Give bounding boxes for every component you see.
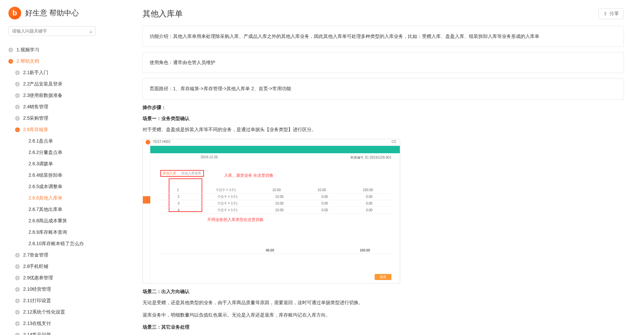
scr-topbar: TEST-H002 CC (143, 139, 400, 146)
nav-item-2-5[interactable]: +2.5采购管理 (8, 113, 96, 124)
path-card: 页面路径：1、库存核算->库存管理->其他入库单 2、首页->常用功能 (143, 78, 624, 99)
plus-icon: + (15, 105, 20, 109)
nav-item-docs[interactable]: −2.帮助文档 (8, 56, 96, 67)
plus-icon: + (15, 82, 20, 87)
plus-icon: + (15, 276, 20, 280)
role-label: 使用角色： (150, 60, 173, 65)
nav-label: 2.1新手入门 (23, 70, 48, 76)
plus-icon: + (15, 321, 20, 326)
search-box: ⌕ (8, 26, 96, 36)
share-label: 分享 (609, 11, 619, 17)
steps-label: 操作步骤： (143, 105, 624, 111)
table-row: 1个(1个 = 1个)10.0010.00100.00 (159, 187, 391, 193)
nav-label: 2.6.3调拨单 (29, 161, 53, 167)
role-card: 使用角色：通常由仓管人员维护 (143, 52, 624, 73)
nav-label: 2.10经营管理 (23, 286, 51, 292)
nav-item-2-8[interactable]: +2.8手机旺铺 (8, 261, 96, 272)
page-title: 其他入库单 (143, 8, 183, 19)
scr-body: 单据编号 JC-20191226-001 2019-12-26 其他入库 其他入… (150, 153, 400, 283)
scene2-title: 场景二：出入方向确认 (143, 289, 624, 295)
nav-item-2-12[interactable]: +2.12系统个性化设置 (8, 306, 96, 318)
plus-icon: + (15, 264, 20, 269)
intro-card: 功能介绍：其他入库单用来处理除采购入库、产成品入库之外的其他入库业务，因此其他入… (143, 26, 624, 47)
share-icon: ⇪ (603, 11, 607, 16)
logo-icon: b (8, 7, 21, 19)
nav-item-2-6-7[interactable]: 2.6.7其他出库单 (8, 204, 96, 215)
search-icon[interactable]: ⌕ (90, 29, 92, 34)
scr-user: CC (392, 140, 396, 144)
nav-item-2-4[interactable]: +2.4销售管理 (8, 101, 96, 113)
nav-label: 2.3使用前数据准备 (23, 93, 62, 99)
nav-item-2-13[interactable]: +2.13在线支付 (8, 318, 96, 329)
nav-item-2-7[interactable]: +2.7资金管理 (8, 249, 96, 261)
nav-item-2-10[interactable]: +2.10经营管理 (8, 284, 96, 295)
nav-item-2-6-8[interactable]: 2.6.8商品成本重算 (8, 215, 96, 227)
app-title: 好生意 帮助中心 (25, 8, 79, 18)
minus-icon: − (15, 127, 20, 132)
plus-icon: + (15, 310, 20, 315)
scene3-title: 场景三：其它业务处理 (143, 324, 624, 330)
table-row: 2个(1个 = 1个)10.000.000.00 (159, 193, 391, 200)
nav-label: 2.13在线支付 (23, 321, 51, 327)
minus-icon: − (8, 59, 13, 64)
nav-item-2-6-1[interactable]: 2.6.1盘点单 (8, 135, 96, 147)
sidebar: b 好生意 帮助中心 ⌕ +1.视频学习 −2.帮助文档 +2.1新手入门 +2… (0, 0, 104, 335)
table-row: 4个(1个 = 1个)10.000.000.00 (159, 207, 391, 214)
scr-tab2: 其他入库退库 (181, 171, 201, 176)
nav-item-2-6-10[interactable]: 2.6.10库存账本错了怎么办 (8, 238, 96, 249)
main-header: 其他入库单 ⇪ 分享 (143, 8, 624, 19)
nav-item-2-6-5[interactable]: 2.6.5成本调整单 (8, 181, 96, 192)
nav-label: 2.9优惠券管理 (23, 275, 53, 281)
nav-item-2-6-6[interactable]: 2.6.6其他入库单 (8, 192, 96, 204)
nav-item-2-3[interactable]: +2.3使用前数据准备 (8, 90, 96, 101)
nav-label: 2.11打印设置 (23, 298, 51, 304)
nav-label: 2.12系统个性化设置 (23, 309, 65, 315)
nav-item-2-6-4[interactable]: 2.6.4组装拆卸单 (8, 170, 96, 181)
main-content: 其他入库单 ⇪ 分享 功能介绍：其他入库单用来处理除采购入库、产成品入库之外的其… (104, 0, 644, 335)
nav-label: 2.6库存核算 (23, 127, 48, 133)
nav-label: 2.6.7其他出库单 (29, 207, 62, 213)
nav-item-2-14[interactable]: +2.14常见问题 (8, 329, 96, 335)
nav-item-2-9[interactable]: +2.9优惠券管理 (8, 272, 96, 284)
nav-item-2-1[interactable]: +2.1新手入门 (8, 67, 96, 78)
intro-text: 其他入库单用来处理除采购入库、产成品入库之外的其他入库业务，因此其他入库单可处理… (173, 34, 539, 39)
nav-item-2-6-2[interactable]: 2.6.2分量盘点单 (8, 147, 96, 158)
table-row: 3个(1个 = 1个)10.000.000.00 (159, 200, 391, 207)
scr-annotation-2: 不同业务的入库类型在这里切换 (207, 217, 264, 223)
plus-icon: + (15, 253, 20, 258)
nav-item-2-6[interactable]: −2.6库存核算 (8, 124, 96, 135)
path-text: 1、库存核算->库存管理->其他入库单 2、首页->常用功能 (173, 86, 291, 91)
table-totals-row: 40.00100.00 (159, 247, 391, 254)
scr-date: 2019-12-26 (201, 155, 218, 159)
scr-redbox-tabs: 其他入库 其他入库退库 (160, 170, 204, 177)
embedded-screenshot: TEST-H002 CC 单据编号 JC-20191226-001 2019-1… (143, 139, 400, 284)
nav-label: 2.6.2分量盘点单 (29, 150, 62, 156)
scr-docno-label: 单据编号 (350, 156, 364, 159)
nav-label: 2.6.5成本调整单 (29, 184, 62, 190)
nav-label: 2.6.1盘点单 (29, 138, 53, 144)
plus-icon: + (15, 333, 20, 335)
scr-active-nav-icon (143, 196, 150, 204)
role-text: 通常由仓管人员维护 (173, 60, 215, 65)
nav-item-2-2[interactable]: +2.2产品安装及登录 (8, 78, 96, 90)
nav-item-2-6-3[interactable]: 2.6.3调拨单 (8, 158, 96, 170)
share-button[interactable]: ⇪ 分享 (598, 8, 624, 19)
scr-left-sidebar (143, 146, 150, 283)
plus-icon: + (15, 93, 20, 98)
nav-label: 2.6.8商品成本重算 (29, 218, 67, 224)
nav-item-2-11[interactable]: +2.11打印设置 (8, 295, 96, 306)
nav-label: 2.帮助文档 (16, 58, 39, 64)
nav-label: 2.8手机旺铺 (23, 264, 48, 270)
nav-label: 2.6.6其他入库单 (29, 195, 62, 201)
nav-item-2-6-9[interactable]: 2.6.9库存账本查询 (8, 227, 96, 238)
nav-item-video[interactable]: +1.视频学习 (8, 44, 96, 56)
nav-label: 2.6.9库存账本查询 (29, 229, 67, 235)
intro-label: 功能介绍： (150, 34, 173, 39)
scr-annotation-1: 入库、退货业务 在这里切换 (224, 173, 273, 178)
path-label: 页面路径： (150, 86, 173, 91)
nav-label: 2.6.4组装拆卸单 (29, 172, 62, 178)
nav-label: 2.5采购管理 (23, 115, 48, 121)
search-input[interactable] (8, 26, 96, 36)
nav-label: 2.2产品安装及登录 (23, 81, 62, 87)
nav-label: 1.视频学习 (16, 47, 39, 53)
